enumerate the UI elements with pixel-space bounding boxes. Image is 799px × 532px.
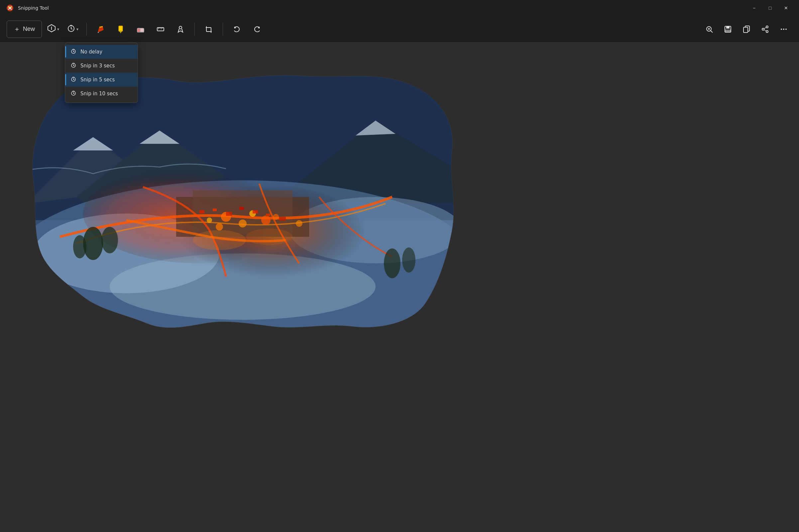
svg-point-78: [246, 228, 292, 245]
clock-icon-10: [71, 90, 76, 97]
svg-point-76: [402, 247, 415, 273]
svg-line-81: [73, 52, 74, 52]
clock-icon-5: [71, 76, 76, 83]
svg-line-5: [71, 28, 72, 29]
svg-point-58: [239, 220, 247, 227]
svg-point-77: [193, 230, 246, 250]
app-title: Snipping Tool: [18, 5, 746, 11]
ruler-button[interactable]: [152, 21, 169, 38]
svg-point-17: [179, 26, 182, 29]
svg-rect-10: [137, 28, 140, 32]
title-bar: Snipping Tool − □ ✕: [0, 0, 799, 16]
svg-rect-67: [226, 212, 232, 216]
snip-mode-button[interactable]: ▾: [44, 21, 62, 38]
more-options-button[interactable]: [775, 21, 792, 38]
svg-rect-29: [726, 26, 729, 28]
new-button[interactable]: ＋ New: [7, 21, 42, 38]
copy-button[interactable]: [738, 21, 755, 38]
eraser-button[interactable]: [132, 21, 149, 38]
redo-button[interactable]: [248, 21, 266, 38]
snip-mode-icon: [47, 24, 56, 35]
new-button-label: New: [23, 25, 35, 33]
svg-point-38: [781, 28, 782, 30]
canvas-area: [0, 42, 799, 532]
highlighter-button[interactable]: [112, 21, 129, 38]
svg-point-63: [296, 220, 303, 227]
delay-dropdown-menu: No delay Snip in 3 secs Snip in 5 secs: [65, 42, 138, 103]
snip-3-label: Snip in 3 secs: [80, 63, 115, 69]
svg-rect-66: [213, 209, 217, 211]
svg-rect-70: [266, 213, 270, 216]
svg-point-39: [783, 28, 784, 30]
delay-5-secs[interactable]: Snip in 5 secs: [65, 73, 138, 87]
pen-tool-button[interactable]: [92, 21, 109, 38]
svg-point-35: [766, 31, 768, 33]
svg-point-34: [762, 28, 764, 30]
toolbar-right: [701, 21, 792, 38]
svg-rect-30: [725, 30, 730, 32]
svg-rect-65: [199, 210, 204, 213]
save-button[interactable]: [719, 21, 737, 38]
svg-rect-8: [119, 31, 122, 32]
svg-point-62: [273, 214, 279, 220]
toolbar-divider-3: [223, 23, 223, 36]
minimize-button[interactable]: −: [746, 3, 762, 13]
undo-button[interactable]: [228, 21, 246, 38]
svg-rect-32: [744, 27, 748, 33]
svg-line-36: [764, 27, 766, 28]
toolbar: ＋ New ▾ ▾: [0, 16, 799, 42]
toolbar-divider-2: [195, 23, 195, 36]
close-button[interactable]: ✕: [778, 3, 794, 13]
svg-line-89: [73, 79, 74, 80]
toolbar-divider-1: [86, 23, 87, 36]
window-controls: − □ ✕: [746, 3, 794, 13]
svg-point-40: [785, 28, 787, 30]
svg-point-61: [216, 223, 223, 230]
crop-button[interactable]: [200, 21, 217, 38]
snip-5-label: Snip in 5 secs: [80, 77, 115, 83]
svg-line-93: [73, 93, 74, 94]
maximize-button[interactable]: □: [762, 3, 778, 13]
svg-rect-69: [253, 210, 258, 213]
svg-point-60: [261, 215, 271, 225]
delay-button[interactable]: ▾: [65, 21, 81, 38]
share-button[interactable]: [757, 21, 774, 38]
delay-3-secs[interactable]: Snip in 3 secs: [65, 59, 138, 73]
svg-rect-71: [279, 217, 286, 221]
svg-rect-7: [119, 26, 123, 31]
delay-no-delay[interactable]: No delay: [65, 45, 138, 59]
snip-image: [26, 71, 459, 330]
active-indicator: [65, 74, 66, 86]
delay-arrow: ▾: [76, 27, 78, 32]
svg-point-75: [384, 248, 400, 278]
plus-icon: ＋: [14, 24, 20, 34]
svg-point-73: [102, 227, 118, 253]
no-delay-label: No delay: [80, 49, 102, 55]
delay-10-secs[interactable]: Snip in 10 secs: [65, 87, 138, 101]
svg-point-74: [73, 235, 86, 258]
touch-writing-button[interactable]: [172, 21, 189, 38]
svg-point-33: [766, 26, 768, 28]
snip-mode-arrow: ▾: [57, 27, 59, 32]
svg-rect-12: [157, 27, 164, 31]
app-icon: [5, 3, 15, 13]
clock-icon-no-delay: [71, 48, 76, 55]
snip-10-label: Snip in 10 secs: [80, 91, 118, 97]
clock-icon: [67, 24, 75, 34]
svg-line-85: [73, 65, 74, 66]
svg-rect-68: [239, 207, 244, 210]
svg-point-64: [207, 217, 212, 223]
svg-line-25: [711, 31, 713, 33]
zoom-in-button[interactable]: [701, 21, 718, 38]
clock-icon-3: [71, 62, 76, 70]
svg-line-37: [764, 30, 766, 31]
